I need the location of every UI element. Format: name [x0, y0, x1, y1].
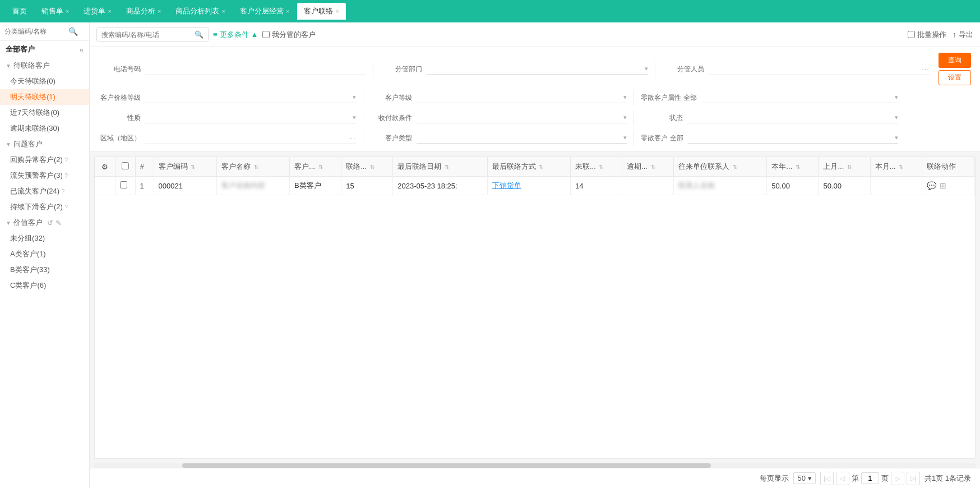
- col-this-year[interactable]: 本年... ⇅: [767, 157, 819, 177]
- query-button[interactable]: 查询: [939, 53, 971, 68]
- col-contact[interactable]: 联络... ⇅: [341, 157, 393, 177]
- nav-product-analysis-list[interactable]: 商品分析列表 ×: [169, 3, 232, 20]
- filter-customer-type-select[interactable]: ▾: [417, 132, 627, 144]
- sidebar-group-value[interactable]: ▼ 价值客户 ↺ ✎: [0, 215, 89, 231]
- chevron-down-icon: ▾: [808, 474, 812, 482]
- dots-icon[interactable]: ···: [348, 133, 356, 142]
- col-last-month[interactable]: 上月... ⇅: [819, 157, 870, 177]
- filter-person-select[interactable]: ···: [709, 63, 930, 75]
- col-this-month[interactable]: 本月... ⇅: [870, 157, 922, 177]
- col-code[interactable]: 客户编码 ⇅: [154, 157, 217, 177]
- select-all-checkbox[interactable]: [122, 162, 129, 169]
- toolbar-search-input[interactable]: [101, 31, 191, 39]
- sidebar-item-tomorrow[interactable]: 明天待联络(1): [0, 89, 89, 105]
- page-size-select[interactable]: 50 ▾: [793, 472, 815, 484]
- row-last-contact-method[interactable]: 下销货单: [487, 177, 570, 195]
- sidebar-item-abnormal-repurchase[interactable]: 回购异常客户(2) ?: [0, 152, 89, 168]
- nav-sales-order[interactable]: 销售单 ×: [35, 3, 76, 20]
- filter-status-select[interactable]: ▾: [687, 112, 898, 123]
- bulk-ops-check[interactable]: [908, 31, 915, 38]
- col-name[interactable]: 客户名称 ⇅: [217, 157, 290, 177]
- sidebar-item-7days[interactable]: 近7天待联络(0): [0, 105, 89, 121]
- horizontal-scrollbar[interactable]: [94, 463, 976, 468]
- my-customers-checkbox[interactable]: 我分管的客户: [262, 30, 316, 40]
- nav-product-analysis[interactable]: 商品分析 ×: [119, 3, 168, 20]
- sidebar-item-declining[interactable]: 持续下滑客户(2) ?: [0, 199, 89, 215]
- filter-region-select[interactable]: ···: [145, 132, 356, 144]
- sidebar-item-churned[interactable]: 已流失客户(24) ?: [0, 183, 89, 199]
- sidebar-item-today[interactable]: 今天待联络(0): [0, 73, 89, 89]
- col-last-contact-method[interactable]: 最后联络方式 ⇅: [487, 157, 570, 177]
- row-select-checkbox[interactable]: [120, 181, 127, 188]
- refresh-icon[interactable]: ↺: [47, 219, 53, 227]
- nav-purchase-order[interactable]: 进货单 ×: [77, 3, 118, 20]
- sidebar-group-problem[interactable]: ▼ 问题客户: [0, 136, 89, 152]
- close-icon[interactable]: ×: [66, 8, 69, 15]
- prev-page-button[interactable]: ◁: [836, 472, 849, 485]
- filter-dept-select[interactable]: ▾: [427, 63, 648, 75]
- filter-price-level-select[interactable]: ▾: [145, 92, 356, 103]
- col-overdue[interactable]: 逾期... ⇅: [622, 157, 674, 177]
- my-customers-check[interactable]: [262, 31, 270, 38]
- sidebar-item-a-class[interactable]: A类客户(1): [0, 246, 89, 262]
- page-number-input[interactable]: [861, 472, 879, 484]
- sidebar-all-customers[interactable]: 全部客户 «: [0, 41, 89, 58]
- filter-nature-select[interactable]: ▾: [145, 112, 356, 123]
- filter-action-buttons: 查询 设置: [939, 53, 971, 85]
- filter-row-3: 性质 ▾ 收付款条件 ▾ 状态: [99, 110, 971, 126]
- bulk-ops-button[interactable]: 批量操作: [908, 30, 946, 40]
- help-icon[interactable]: ?: [64, 156, 68, 163]
- comment-icon[interactable]: 💬: [927, 181, 936, 190]
- sidebar-search-input[interactable]: [4, 27, 66, 35]
- page-label: 第: [852, 473, 859, 484]
- col-unit-contact[interactable]: 往来单位联系人 ⇅: [674, 157, 767, 177]
- close-icon[interactable]: ×: [108, 8, 111, 15]
- sidebar-item-churn-warning[interactable]: 流失预警客户(3) ?: [0, 168, 89, 183]
- filter-payment-select[interactable]: ▾: [417, 112, 627, 123]
- export-button[interactable]: ↑ 导出: [953, 30, 974, 40]
- filter-retail-customer-select[interactable]: ▾: [688, 132, 898, 144]
- grid-icon[interactable]: ⊞: [940, 181, 946, 190]
- first-page-button[interactable]: |◁: [820, 472, 834, 485]
- nav-home[interactable]: 首页: [6, 3, 34, 20]
- toolbar-right-actions: 批量操作 ↑ 导出: [908, 30, 974, 40]
- close-icon[interactable]: ×: [335, 8, 339, 15]
- help-icon[interactable]: ?: [64, 204, 68, 210]
- last-page-button[interactable]: ▷|: [907, 472, 920, 485]
- sort-icon: ⇅: [847, 164, 852, 170]
- col-settings[interactable]: ⚙: [95, 157, 115, 177]
- help-icon[interactable]: ?: [64, 172, 68, 179]
- close-icon[interactable]: ×: [158, 8, 161, 15]
- more-filter-button[interactable]: ≡ 更多条件 ▲: [213, 30, 258, 40]
- dots-icon[interactable]: ···: [922, 65, 930, 73]
- filter-price-level: 客户价格等级 ▾: [99, 92, 356, 103]
- col-uncontacted[interactable]: 未联... ⇅: [571, 157, 622, 177]
- row-checkbox[interactable]: [115, 177, 135, 195]
- col-last-contact-date[interactable]: 最后联络日期 ⇅: [393, 157, 487, 177]
- data-table-container: ⚙ # 客户编码 ⇅ 客户名称 ⇅ 客户... ⇅: [94, 156, 976, 459]
- sidebar-item-b-class[interactable]: B类客户(33): [0, 262, 89, 278]
- sidebar-item-ungrouped[interactable]: 未分组(32): [0, 231, 89, 246]
- nav-customer-tier[interactable]: 客户分层经营 ×: [233, 3, 296, 20]
- sidebar-search-icon[interactable]: 🔍: [68, 27, 78, 36]
- sidebar-item-c-class[interactable]: C类客户(6): [0, 278, 89, 293]
- sidebar-group-pending[interactable]: ▼ 待联络客户: [0, 58, 89, 73]
- toolbar-search-icon[interactable]: 🔍: [195, 30, 204, 39]
- next-page-button[interactable]: ▷: [891, 472, 904, 485]
- edit-icon[interactable]: ✎: [56, 219, 62, 227]
- row-name: 客户名称内容: [217, 177, 290, 195]
- col-type[interactable]: 客户... ⇅: [290, 157, 341, 177]
- chevron-down-icon: ▾: [895, 94, 898, 101]
- filter-retail-attr-select[interactable]: ▾: [701, 92, 898, 103]
- col-checkbox[interactable]: [115, 157, 135, 177]
- sidebar-item-overdue[interactable]: 逾期未联络(30): [0, 121, 89, 136]
- set-button[interactable]: 设置: [939, 70, 971, 85]
- filter-phone-input[interactable]: [145, 63, 366, 75]
- sort-icon: ⇅: [651, 164, 655, 170]
- help-icon[interactable]: ?: [61, 188, 64, 195]
- nav-customer-contact[interactable]: 客户联络 ×: [297, 3, 345, 20]
- close-icon[interactable]: ×: [286, 8, 289, 15]
- close-icon[interactable]: ×: [221, 8, 225, 15]
- scrollbar-thumb[interactable]: [182, 463, 711, 468]
- filter-customer-level-select[interactable]: ▾: [417, 92, 627, 103]
